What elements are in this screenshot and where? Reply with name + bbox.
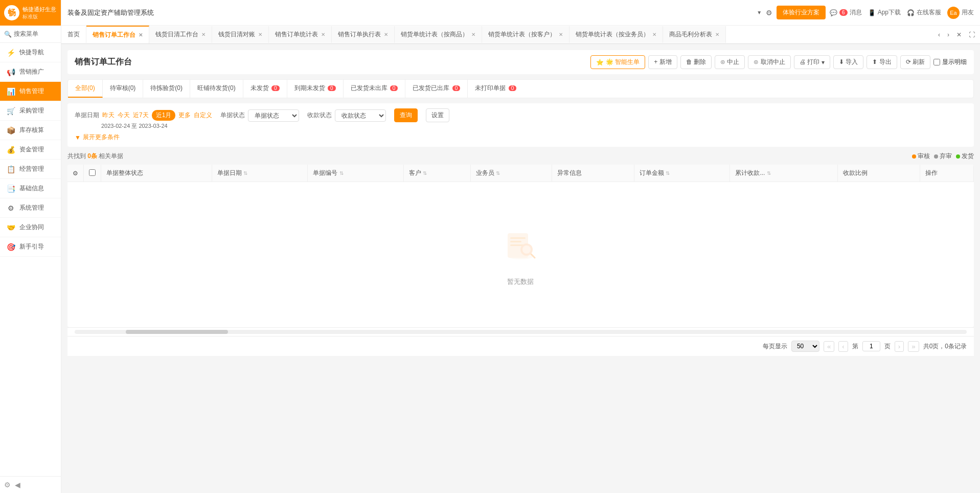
page-size-label: 每页显示 [763,342,787,351]
tabs-close-all[interactable]: ✕ [953,29,965,40]
tab-margin-analysis[interactable]: 商品毛利分析表 ✕ [663,26,726,43]
tab-sales-customer[interactable]: 销货单统计表（按客户） ✕ [482,26,569,43]
system-dropdown-icon[interactable]: ▼ [757,10,762,15]
tabs-scroll-left[interactable]: ‹ [935,29,943,40]
sidebar-item-quick-nav[interactable]: ⚡ 快捷导航 [0,43,61,62]
sidebar-item-finance[interactable]: 💰 资金管理 [0,140,61,160]
first-page-btn[interactable]: « [824,341,834,352]
sidebar-item-search[interactable]: 🔍 搜索菜单 [0,26,61,43]
cart-icon: 🛒 [6,107,15,115]
sidebar-item-enterprise[interactable]: 🤝 企业协同 [0,218,61,237]
page-size-select[interactable]: 50 10 20 100 [791,341,819,352]
sidebar-item-inventory[interactable]: 📦 库存核算 [0,121,61,140]
date-1month[interactable]: 近1月 [152,110,176,121]
filter-tab-shipped-not-in[interactable]: 已发货未出库 0 [344,80,406,98]
review-action-btn[interactable]: 审核 [912,152,930,161]
star-icon: ⭐ [596,59,604,66]
ship-action-btn[interactable]: 发货 [956,152,974,161]
sidebar-item-guide[interactable]: 🎯 新手引导 [0,237,61,257]
tab-close-sales-staff[interactable]: ✕ [652,32,656,37]
tab-close-cash-reconcile[interactable]: ✕ [258,32,262,37]
filter-tab-not-printed[interactable]: 未打印单据 0 [468,80,523,98]
prev-page-btn[interactable]: ‹ [838,341,848,352]
filter-tab-pending-review[interactable]: 待审核(0) [103,80,144,98]
filter-tab-pending-inspect[interactable]: 待拣验货(0) [143,80,190,98]
last-page-btn[interactable]: » [908,341,919,352]
col-amount[interactable]: 订单金额 ⇅ [634,165,730,182]
online-service-btn[interactable]: 🎧 在线客服 [907,8,941,17]
col-settings[interactable]: ⚙ [67,165,84,182]
date-custom[interactable]: 自定义 [194,111,212,120]
scroll-thumb[interactable] [126,330,228,334]
app-download-btn[interactable]: 📱 App下载 [868,8,901,17]
tab-close-sales-stats[interactable]: ✕ [321,32,325,37]
expand-more-btn[interactable]: ▼ 展开更多条件 [75,133,967,142]
col-customer[interactable]: 客户 ⇅ [403,165,470,182]
filter-tab-shipped-in[interactable]: 已发货已出库 0 [405,80,468,98]
status-filter-label: 单据状态 [220,111,245,120]
page-number-input[interactable] [862,341,880,351]
tabs-fullscreen[interactable]: ⛶ [966,29,978,40]
tab-cash-reconcile[interactable]: 钱货日清对账 ✕ [212,26,269,43]
col-staff[interactable]: 业务员 ⇅ [470,165,552,182]
tab-close-cash-daily[interactable]: ✕ [201,32,206,37]
sidebar-item-system[interactable]: ⚙ 系统管理 [0,198,61,218]
date-more[interactable]: 更多 [178,111,191,120]
date-today[interactable]: 今天 [118,111,130,120]
col-number[interactable]: 单据编号 ⇅ [308,165,403,182]
add-btn[interactable]: + 新增 [648,55,677,69]
settings-bottom-icon[interactable]: ⚙ [4,481,11,489]
message-badge: 6 [839,9,848,16]
tab-home[interactable]: 首页 [61,26,86,43]
filter-tab-all[interactable]: 全部(0) [68,80,103,98]
tab-sales-staff[interactable]: 销货单统计表（按业务员） ✕ [569,26,663,43]
tab-close-margin-analysis[interactable]: ✕ [715,32,719,37]
sidebar-item-operations[interactable]: 📋 经营管理 [0,160,61,179]
filter-tab-not-shipped[interactable]: 未发货 0 [243,80,287,98]
select-all-checkbox[interactable] [89,169,96,176]
page-suffix: 页 [884,342,891,351]
filter-tab-overdue[interactable]: 到期未发货 0 [287,80,344,98]
sidebar-item-marketing[interactable]: 📢 营销推广 [0,62,61,82]
import-btn[interactable]: ⬇ 导入 [833,55,863,69]
next-page-btn[interactable]: › [895,341,904,352]
tab-sales-product[interactable]: 销货单统计表（按商品） ✕ [395,26,482,43]
sidebar-item-base-info[interactable]: 📑 基础信息 [0,179,61,198]
solution-btn[interactable]: 体验行业方案 [777,6,826,19]
user-menu-btn[interactable]: Ea 用友 [947,7,974,19]
tab-close-sales-exec[interactable]: ✕ [384,32,388,37]
message-btn[interactable]: 💬 6 消息 [830,8,862,17]
topbar-settings-icon[interactable]: ⚙ [766,9,772,17]
show-detail-checkbox-label[interactable]: 显示明细 [933,58,967,66]
tab-close-sales-customer[interactable]: ✕ [559,32,563,37]
date-filter-label: 单据日期 [75,111,99,120]
unaudit-action-btn[interactable]: 弃审 [934,152,952,161]
col-date[interactable]: 单据日期 ⇅ [212,165,307,182]
tabs-scroll-right[interactable]: › [944,29,952,40]
set-btn[interactable]: 设置 [426,108,449,122]
collapse-icon[interactable]: ◀ [15,481,20,489]
tab-sales-order-workbench[interactable]: 销售订单工作台 ✕ [86,26,149,43]
export-btn[interactable]: ⬆ 导出 [867,55,897,69]
smart-create-btn[interactable]: ⭐ 🌟 智能生单 [590,55,645,69]
tab-sales-stats[interactable]: 销售订单统计表 ✕ [269,26,332,43]
show-detail-checkbox[interactable] [933,59,940,65]
tab-close-sales-order[interactable]: ✕ [139,32,143,38]
date-7days[interactable]: 近7天 [133,111,149,120]
delete-btn[interactable]: 🗑 删除 [680,55,712,69]
tab-close-sales-product[interactable]: ✕ [471,32,475,37]
payment-select[interactable]: 收款状态 [335,109,386,122]
print-btn[interactable]: 🖨 打印 ▾ [794,55,830,69]
date-yesterday[interactable]: 昨天 [102,111,115,120]
status-select[interactable]: 单据状态 [248,109,299,122]
sidebar-item-purchase[interactable]: 🛒 采购管理 [0,101,61,121]
refresh-btn[interactable]: ⟳ 刷新 [900,55,930,69]
col-collected[interactable]: 累计收款... ⇅ [730,165,838,182]
stop-btn[interactable]: ⊙ 中止 [715,55,745,69]
cancel-stop-btn[interactable]: ⊙ 取消中止 [748,55,790,69]
sidebar-item-sales[interactable]: 📊 销售管理 [0,82,61,101]
tab-sales-exec[interactable]: 销售订单执行表 ✕ [332,26,395,43]
query-btn[interactable]: 查询 [394,108,418,122]
tab-cash-daily[interactable]: 钱货日清工作台 ✕ [149,26,212,43]
filter-tab-wangpu[interactable]: 旺铺待发货(0) [190,80,243,98]
